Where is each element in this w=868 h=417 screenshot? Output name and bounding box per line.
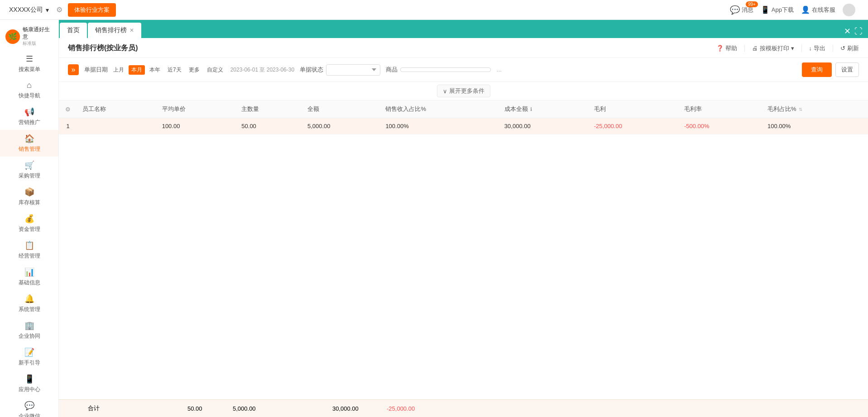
custom-date-option[interactable]: 自定义 [204,65,226,75]
filter-date-group: 单据日期 上月 本月 本年 近7天 更多 自定义 2023-06-01 至 20… [84,65,294,75]
export-action[interactable]: ↓ 导出 [809,44,826,53]
table-settings-icon[interactable]: ⚙ [65,106,71,113]
settings-icon[interactable]: ⚙ [56,5,62,14]
sidebar-item-sales[interactable]: 🏠 销售管理 [0,130,58,157]
logo-text: 畅康通好生意 [23,26,53,40]
footer-cell: 5,000.00 [227,405,273,412]
more-filters-link[interactable]: … [496,67,502,73]
tab-home[interactable]: 首页 [60,23,87,38]
col-amount: 全额 [302,101,380,118]
message-button[interactable]: 💬 消息 99+ [730,5,753,15]
filter-status-group: 单据状态 [300,64,380,76]
tab-close-icon[interactable]: ✕ [129,27,134,34]
tab-sales-rank[interactable]: 销售排行榜 ✕ [88,23,141,38]
sales-icon: 🏠 [24,134,34,144]
system-icon: 🔔 [24,294,34,304]
divider [833,45,833,52]
sidebar-item-operations[interactable]: 📋 经营管理 [0,237,58,264]
company-selector[interactable]: XXXXX公司 ▾ [5,4,53,16]
filter-status-select[interactable] [326,64,380,76]
last7days-option[interactable]: 近7天 [165,65,184,75]
trial-button[interactable]: 体验行业方案 [68,3,116,17]
col-cost: 成本全额 ℹ [499,101,589,118]
tab-fullscreen-icon[interactable]: ⛶ [854,27,863,36]
sidebar-item-marketing[interactable]: 📢 营销推广 [0,103,58,130]
prev-month-option[interactable]: 上月 [110,65,127,75]
this-month-option[interactable]: 本月 [129,65,145,75]
app-download-button[interactable]: 📱 App下载 [761,5,794,14]
filter-status-label: 单据状态 [300,66,323,74]
online-support-label: 在线客服 [812,6,835,14]
sidebar-item-search-order[interactable]: ☰ 搜索菜单 [0,50,58,77]
sidebar-item-guide[interactable]: 📝 新手引导 [0,344,58,370]
sidebar-label: 搜索菜单 [19,66,40,73]
col-avg-price: 平均单价 [157,101,236,118]
print-label: 按模板打印 [760,44,789,53]
logo-icon: 🌿 [5,29,20,44]
sidebar-item-inventory[interactable]: 📦 库存核算 [0,183,58,210]
cost-info-icon[interactable]: ℹ [530,106,532,112]
profit-pct-sort-icon[interactable]: ⇅ [799,107,802,112]
cell-name [77,118,157,134]
date-range-options: 上月 本月 本年 近7天 更多 自定义 [110,65,226,75]
print-icon: 🖨 [752,45,758,52]
filter-date-label: 单据日期 [84,66,108,74]
expand-more-button[interactable]: ∨ 展开更多条件 [437,85,490,97]
logo-sub: 标准版 [23,40,53,47]
sidebar-item-app-center[interactable]: 📱 应用中心 [0,370,58,397]
sidebar-item-system[interactable]: 🔔 系统管理 [0,290,58,317]
online-support-button[interactable]: 👤 在线客服 [801,5,835,14]
sidebar-label: 营销推广 [19,119,40,126]
data-table: ⚙ 员工名称 平均单价 主数量 全额 销售收入占比% 成本全额 ℹ 毛利 [59,101,868,134]
sidebar-item-quick-nav[interactable]: ⌂ 快捷导航 [0,77,58,103]
expand-more-bar: ∨ 展开更多条件 [59,82,868,101]
sidebar-item-wechat[interactable]: 💬 企业微信 [0,397,58,417]
inventory-icon: 📦 [24,187,34,197]
content-area: 首页 销售排行榜 ✕ ✕ ⛶ 销售排行榜(按业务员) ❓ 帮助 [59,20,868,417]
refresh-action[interactable]: ↺ 刷新 [840,44,859,53]
sidebar-item-finance[interactable]: 💰 资金管理 [0,210,58,237]
print-action[interactable]: 🖨 按模板打印 ▾ [752,44,794,53]
tab-bar-actions: ✕ ⛶ [844,26,868,38]
this-year-option[interactable]: 本年 [147,65,163,75]
filter-goods-input[interactable] [400,67,491,72]
tab-home-label: 首页 [67,26,80,34]
cell-avg-price: 100.00 [157,118,236,134]
guide-icon: 📝 [24,347,34,357]
sidebar-label: 应用中心 [19,386,40,393]
table-wrap: ⚙ 员工名称 平均单价 主数量 全额 销售收入占比% 成本全额 ℹ 毛利 [59,101,868,399]
operations-icon: 📋 [24,240,34,250]
message-badge: 99+ [746,1,758,7]
sidebar-label: 库存核算 [19,199,40,206]
filter-collapse-button[interactable]: » [68,64,79,75]
table-footer: 合计50.005,000.0030,000.00-25,000.00 [59,399,868,417]
sidebar-label: 经营管理 [19,252,40,260]
table-header-row: ⚙ 员工名称 平均单价 主数量 全额 销售收入占比% 成本全额 ℹ 毛利 [59,101,868,118]
sidebar-label: 企业协同 [19,332,40,340]
more-date-option[interactable]: 更多 [186,65,202,75]
table-empty-space [59,134,868,399]
filter-goods-group: 商品 [386,66,491,74]
col-settings[interactable]: ⚙ [59,101,77,118]
setting-button[interactable]: 设置 [835,62,859,77]
query-button[interactable]: 查询 [802,62,832,77]
sidebar-item-basic-info[interactable]: 📊 基础信息 [0,264,58,290]
col-name: 员工名称 [77,101,157,118]
col-profit: 毛利 [589,101,679,118]
quick-nav-icon: ⌂ [27,81,32,90]
sidebar-label: 新手引导 [19,359,40,367]
footer-cell: -25,000.00 [381,405,431,412]
cell-rank: 1 [59,118,77,134]
marketing-icon: 📢 [24,107,34,117]
sidebar-item-enterprise[interactable]: 🏢 企业协同 [0,317,58,344]
company-name: XXXXX公司 [9,6,43,14]
top-bar: XXXXX公司 ▾ ⚙ 体验行业方案 💬 消息 99+ 📱 App下载 👤 在线… [0,0,868,20]
page-title-row: 销售排行榜(按业务员) ❓ 帮助 🖨 按模板打印 ▾ [68,43,859,53]
tab-close-all-icon[interactable]: ✕ [844,26,851,36]
sidebar-item-purchase[interactable]: 🛒 采购管理 [0,157,58,183]
cell-cost: 30,000.00 [499,118,589,134]
help-action[interactable]: ❓ 帮助 [716,44,737,53]
purchase-icon: 🛒 [24,160,34,170]
export-label: 导出 [814,44,825,53]
refresh-label: 刷新 [847,44,859,53]
